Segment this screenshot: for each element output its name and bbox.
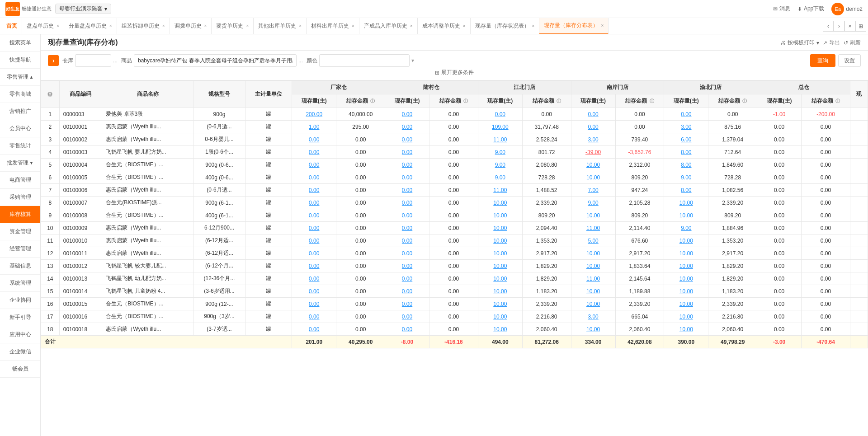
sidebar-item-purchase[interactable]: 采购管理 [0,189,40,206]
tab-product-in[interactable]: 产成品入库单历史 × [359,18,418,34]
sidebar-item-quicknav[interactable]: 快捷导航 [0,52,40,69]
sidebar-item-wholesale[interactable]: 批发管理 ▼ [0,155,40,172]
query-btn[interactable]: 查询 [810,54,835,67]
td-extra [850,298,868,310]
sidebar-item-retail-mgmt[interactable]: 零售管理 ▲ [0,69,40,86]
td-yb-amt: 875.16 [708,121,757,133]
td-spec: 6-12月900... [193,222,245,234]
settings-icon[interactable]: ⚙ [47,91,53,98]
td-unit: 罐 [245,323,292,336]
app-download-btn[interactable]: ⬇ App下载 [797,5,824,13]
td-jb-amt: 1,353.20 [522,234,571,247]
info-icon[interactable]: ⓘ [650,98,654,103]
filter-expand-btn[interactable]: ⊞ 展开更多条件 [435,69,474,76]
tab-close-portion[interactable]: × [109,23,112,28]
td-yb-qty: 9.00 [664,171,708,184]
info-icon[interactable]: ⓘ [370,98,375,103]
sidebar-item-ecommerce[interactable]: 电商管理 [0,172,40,189]
summary-yb-amt: 49,798.29 [708,336,757,348]
sidebar-item-wechat[interactable]: 企业微信 [0,343,40,361]
tab-close-transfer[interactable]: × [204,23,207,28]
warehouse-dots-btn[interactable]: ... [113,57,118,64]
tab-close-order[interactable]: × [246,23,249,28]
tab-prev-btn[interactable]: ‹ [823,21,834,32]
app-download-label: App下载 [804,5,824,13]
org-selector[interactable]: 母婴行业演示陈套 ▾ [55,4,111,14]
td-no: 10 [41,222,60,234]
td-total-qty: 0.00 [757,285,802,298]
info-icon[interactable]: ⓘ [557,98,561,103]
sidebar-item-members[interactable]: 畅会员 [0,361,40,378]
td-total-amt: 0.00 [802,133,850,146]
product-input[interactable] [134,54,297,67]
td-yb-amt: 1,183.20 [708,285,757,298]
th-total-qty: 现存量(主) [757,94,802,108]
info-icon[interactable]: ⓘ [835,98,840,103]
sidebar-item-appcenter[interactable]: 应用中心 [0,326,40,343]
sidebar-item-finance[interactable]: 资金管理 [0,223,40,240]
info-icon[interactable]: ⓘ [463,98,468,103]
tab-home[interactable]: 首页 [2,18,22,34]
td-unit: 罐 [245,108,292,121]
tab-menu-btn[interactable]: ⊞ [855,21,866,32]
td-jb-amt: 801.72 [522,146,571,159]
tab-transfer[interactable]: 调拨单历史 × [170,18,212,34]
warehouse-input[interactable] [75,54,111,67]
tab-close-other-out[interactable]: × [299,23,302,28]
tab-close-material-out[interactable]: × [352,23,354,28]
sidebar-item-retail-stats[interactable]: 零售统计 [0,137,40,155]
tab-close-stock-status[interactable]: × [532,23,535,28]
tab-portion-count[interactable]: 分量盘点单历史 × [64,18,117,34]
filter-toggle-btn[interactable]: › [48,55,59,66]
print-btn[interactable]: 🖨 按模板打印 ▾ [780,39,819,47]
settings-btn[interactable]: 设置 [838,54,861,67]
product-dots-btn[interactable]: ... [298,57,303,64]
tab-inventory-count[interactable]: 盘点单历史 × [22,18,64,34]
sidebar-item-guide[interactable]: 新手引导 [0,309,40,326]
td-total-amt: 0.00 [802,209,850,222]
tab-close-all-btn[interactable]: × [844,21,855,32]
table-row: 7 00100006 惠氏启蒙（Wyeth illu... (0-6月适... … [41,184,868,197]
table-row: 3 00100002 惠氏启蒙（Wyeth illu... 0-6月婴儿... … [41,133,868,146]
tab-close-stock-dist[interactable]: × [601,23,604,28]
td-jb-qty: 10.00 [478,272,522,285]
tab-stock-status[interactable]: 现存量（库存状况表） × [471,18,540,34]
td-total-amt: 0.00 [802,184,850,197]
td-yb-qty: 10.00 [664,209,708,222]
messages-btn[interactable]: ✉ 消息 [773,5,790,13]
td-na-amt: 2,105.28 [615,197,664,209]
refresh-btn[interactable]: ↺ 刷新 [844,39,861,47]
td-lc-qty: 0.00 [385,159,429,171]
sidebar-item-retail-shop[interactable]: 零售商城 [0,86,40,103]
sidebar-item-enterprise[interactable]: 企业协同 [0,292,40,309]
sidebar-item-basic[interactable]: 基础信息 [0,258,40,275]
td-extra [850,260,868,272]
tab-cost-adjust[interactable]: 成本调整单历史 × [418,18,471,34]
user-profile[interactable]: Ea demo2 [831,3,863,15]
info-icon[interactable]: ⓘ [742,98,747,103]
td-code: 00100008 [59,209,102,222]
td-yb-qty: 9.00 [664,222,708,234]
tab-order[interactable]: 要货单历史 × [212,18,254,34]
tab-other-out[interactable]: 其他出库单历史 × [254,18,307,34]
td-fj-qty: 0.00 [292,209,336,222]
tab-close-assemble[interactable]: × [162,23,165,28]
tab-stock-dist[interactable]: 现存量（库存分布表） × [539,18,609,34]
sidebar-item-system[interactable]: 系统管理 [0,275,40,292]
td-na-qty: -39.00 [571,146,615,159]
td-yb-amt: 728.28 [708,171,757,184]
export-btn[interactable]: ↗ 导出 [823,39,840,47]
tab-close-product-in[interactable]: × [410,23,413,28]
tab-close-cost-adjust[interactable]: × [463,23,466,28]
sidebar-item-ops[interactable]: 经营管理 [0,240,40,258]
sidebar-item-marketing[interactable]: 营销推广 [0,103,40,120]
sidebar-item-inventory[interactable]: 库存核算 [0,206,40,223]
td-lc-qty: 0.00 [385,133,429,146]
color-input[interactable] [319,54,410,67]
tab-material-out[interactable]: 材料出库单历史 × [307,18,359,34]
sidebar-item-search[interactable]: 搜索英单 [0,34,40,52]
sidebar-item-member[interactable]: 会员中心 [0,120,40,137]
tab-assemble[interactable]: 组装拆卸单历史 × [117,18,170,34]
tab-close-inventory-count[interactable]: × [57,23,59,28]
tab-next-btn[interactable]: › [834,21,844,32]
